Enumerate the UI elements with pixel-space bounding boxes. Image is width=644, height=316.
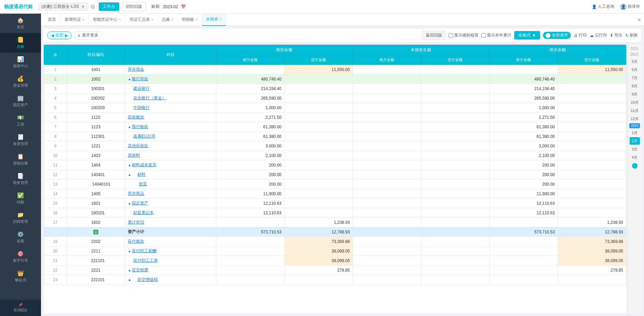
cell-name[interactable]: 嘉属EU公司 xyxy=(125,132,216,141)
account-name-link[interactable]: 材料 xyxy=(137,172,146,177)
cell-name[interactable]: 资产小计 xyxy=(125,227,216,237)
account-name-link[interactable]: 起提累记本 xyxy=(133,210,154,215)
tab-ledger-close[interactable]: × xyxy=(172,18,174,21)
cell-name[interactable]: 建设银行 xyxy=(125,84,216,94)
account-name-link[interactable]: 累计折旧 xyxy=(128,220,144,225)
account-name-link[interactable]: 应付账款 xyxy=(128,239,144,244)
cell-name[interactable]: 应付职工工资 xyxy=(125,256,216,265)
month-2[interactable]: 2月 xyxy=(630,137,640,145)
cell-name[interactable]: 壹蛋 xyxy=(125,179,216,189)
account-name-link[interactable]: 应收账款 xyxy=(128,115,144,119)
account-name-link[interactable]: 银行存款 xyxy=(132,76,148,81)
tab-balance-sheet[interactable]: 余额表 × xyxy=(202,14,226,26)
tab-ledger[interactable]: 总账 × xyxy=(158,14,178,26)
month-12[interactable]: 12月 xyxy=(630,115,640,123)
workbench-button[interactable]: 工作台 xyxy=(99,2,119,11)
sidebar-item-capital[interactable]: 💰 资金管理 xyxy=(0,72,41,91)
aux-checkbox[interactable] xyxy=(449,33,453,38)
sidebar-item-invoice[interactable]: 🧾 发票管理 xyxy=(0,130,41,150)
month-5[interactable]: 5月 xyxy=(630,58,640,65)
tab-voucher-summary-close[interactable]: × xyxy=(151,18,153,21)
tab-smart-verify-close[interactable]: × xyxy=(119,18,121,21)
cell-name[interactable]: 中国银行 xyxy=(125,103,216,113)
month-9[interactable]: 9月 xyxy=(630,90,640,98)
sidebar-item-guide[interactable]: 🎯 新手引导 xyxy=(0,247,41,267)
th-settings[interactable]: ⚙ xyxy=(44,45,67,65)
calendar-icon[interactable]: 📅 xyxy=(181,4,186,9)
cell-name[interactable]: 其他应收款 xyxy=(125,141,216,151)
tab-balance-sheet-close[interactable]: × xyxy=(220,17,222,21)
aux-checkbox-label[interactable]: 显示辅助核算 xyxy=(449,32,479,38)
cell-name[interactable]: ▲材料 xyxy=(125,170,216,179)
month-8[interactable]: 8月 xyxy=(630,82,640,90)
tab-new-voucher-close[interactable]: × xyxy=(82,18,84,21)
filter-all-button[interactable]: ◀ 全部 ▶ xyxy=(47,31,72,39)
cell-name[interactable]: 原材料 xyxy=(125,151,216,160)
cell-name[interactable]: 应收账款 xyxy=(125,113,216,122)
old-version-button[interactable]: 切到旧版 xyxy=(122,2,146,11)
tab-voucher-summary[interactable]: 凭证汇总表 × xyxy=(125,14,158,26)
account-name-link[interactable]: 应交税费 xyxy=(132,268,148,272)
sidebar-item-assets[interactable]: 🏢 固定资产 xyxy=(0,91,41,111)
cell-name[interactable]: ▲应交税费 xyxy=(125,265,216,275)
month-1[interactable]: 1月 xyxy=(630,129,640,137)
cell-name[interactable]: 累计折旧 xyxy=(125,218,216,227)
month-10[interactable]: 10月 xyxy=(630,99,640,106)
account-name-link[interactable]: 应付职工工资 xyxy=(133,258,158,263)
account-name-link[interactable]: 应付职工薪酬 xyxy=(132,248,156,253)
sidebar-item-home[interactable]: 🏠 首页 xyxy=(0,14,41,33)
month-4[interactable]: 4月 xyxy=(630,154,640,161)
cell-name[interactable]: 起提累记本 xyxy=(125,208,216,218)
account-name-link[interactable]: 壹蛋 xyxy=(139,182,147,186)
sidebar-item-settlement[interactable]: ✅ 结账 xyxy=(0,189,41,208)
cell-name[interactable]: ▲固定资产 xyxy=(125,199,216,208)
tab-detail-ledger-close[interactable]: × xyxy=(195,18,197,21)
cell-name[interactable]: 库存商品 xyxy=(125,189,216,199)
account-name-link[interactable]: 库存现金 xyxy=(128,67,144,72)
expand-all-toggle[interactable]: 全部展开 xyxy=(543,32,571,39)
cell-name[interactable]: ▲应交增值税 xyxy=(125,275,216,285)
print-button[interactable]: 🖨 打印 xyxy=(574,32,587,38)
account-name-link[interactable]: 中国银行 xyxy=(133,105,150,110)
copy-icon[interactable]: ⧉ xyxy=(91,4,95,10)
sidebar-item-reports[interactable]: 📊 报表中心 xyxy=(0,53,41,72)
ytd-checkbox-label[interactable]: 显示本年累计 xyxy=(481,32,511,38)
tab-close-all-icon[interactable]: ✕ xyxy=(637,17,641,23)
month-3[interactable]: 3月 xyxy=(630,145,640,153)
cell-name[interactable]: ▲应付职工薪酬 xyxy=(125,246,216,256)
cell-name[interactable]: 应付账款 xyxy=(125,237,216,246)
account-name-link[interactable]: 应交增值税 xyxy=(137,277,158,282)
cell-name[interactable]: ▲银行存款 xyxy=(125,74,216,84)
account-name-link[interactable]: 农业银行（黄金） xyxy=(133,96,166,100)
tab-smart-verify[interactable]: 智能凭证中心 × xyxy=(89,14,125,26)
expand-more-button[interactable]: ∨ 展开更多 xyxy=(74,31,101,40)
panel-expand-icon[interactable]: › xyxy=(632,163,638,169)
cell-name[interactable]: 农业银行（黄金） xyxy=(125,94,216,103)
month-7[interactable]: 7月 xyxy=(630,74,640,82)
export-button[interactable]: ⬆ 导出 xyxy=(610,32,622,38)
month-6[interactable]: 6月 xyxy=(630,66,640,73)
account-name-link[interactable]: 库存商品 xyxy=(128,191,144,196)
consult-button[interactable]: 👤 人工咨询 xyxy=(592,4,614,10)
account-name-link[interactable]: 其他应收款 xyxy=(128,143,148,148)
cloud-print-button[interactable]: ☁ 云打印 xyxy=(590,32,607,38)
account-name-link[interactable]: 嘉属EU公司 xyxy=(133,134,155,139)
month-11[interactable]: 11月 xyxy=(630,107,640,114)
sidebar-pin-button[interactable]: 📌 取消固定 xyxy=(0,300,41,316)
fullstyle-button[interactable]: 全账式 ▼ xyxy=(514,31,540,40)
tab-home[interactable]: 首页 xyxy=(44,14,60,26)
tab-new-voucher[interactable]: 新增凭证 × xyxy=(60,14,89,26)
account-name-link[interactable]: 原材料 xyxy=(128,153,140,158)
sidebar-item-salary[interactable]: 💵 工资 xyxy=(0,111,41,130)
cell-name[interactable]: ▲预付账款 xyxy=(125,122,216,132)
account-name-link[interactable]: 建设银行 xyxy=(133,86,150,91)
company-selector[interactable]: (勿删) 江西股全-LSS ▼ xyxy=(38,3,88,11)
account-name-link[interactable]: 材料成本差异 xyxy=(132,162,156,167)
panel-circle-icon[interactable]: › xyxy=(632,163,638,169)
sidebar-item-vip[interactable]: 👑 畅会员 xyxy=(0,267,41,286)
sidebar-item-settings[interactable]: ⚙️ 设置 xyxy=(0,228,41,247)
sidebar-item-archive[interactable]: 📁 归档管理 xyxy=(0,208,41,228)
ytd-checkbox[interactable] xyxy=(481,33,486,38)
tab-detail-ledger[interactable]: 明细账 × xyxy=(178,14,202,26)
account-name-link[interactable]: 固定资产 xyxy=(132,201,148,205)
